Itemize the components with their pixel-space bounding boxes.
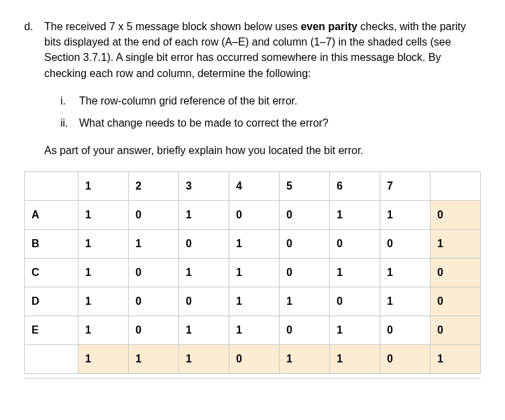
data-cell: 1 bbox=[380, 287, 431, 316]
data-cell: 0 bbox=[129, 259, 179, 287]
data-cell: 1 bbox=[179, 201, 229, 230]
data-cell: 0 bbox=[179, 230, 229, 259]
col-parity-cell: 1 bbox=[280, 345, 330, 374]
row-header: D bbox=[25, 287, 78, 316]
row-parity-cell: 0 bbox=[431, 201, 481, 230]
col-header: 2 bbox=[129, 172, 179, 201]
data-cell: 1 bbox=[330, 316, 380, 345]
col-header: 4 bbox=[229, 172, 280, 201]
table-row: D 1 0 0 1 1 0 1 0 bbox=[25, 287, 481, 316]
col-header: 1 bbox=[78, 172, 129, 201]
table-row: E 1 0 1 1 0 1 0 0 bbox=[25, 316, 481, 345]
data-cell: 0 bbox=[280, 259, 330, 287]
data-cell: 1 bbox=[380, 259, 431, 287]
data-cell: 1 bbox=[229, 230, 280, 259]
parity-table: 1 2 3 4 5 6 7 A 1 0 1 0 0 1 1 0 B 1 1 0 … bbox=[24, 171, 481, 374]
explain-text: As part of your answer, briefly explain … bbox=[44, 143, 481, 158]
data-cell: 1 bbox=[380, 201, 431, 230]
data-cell: 1 bbox=[179, 259, 229, 287]
row-header: E bbox=[25, 316, 78, 345]
col-parity-cell: 1 bbox=[179, 345, 229, 374]
question-bold: even parity bbox=[300, 21, 357, 32]
col-parity-cell: 0 bbox=[229, 345, 280, 374]
col-parity-cell: 1 bbox=[330, 345, 380, 374]
question-pre: The received 7 x 5 message block shown b… bbox=[44, 21, 300, 32]
data-cell: 1 bbox=[330, 201, 380, 230]
data-cell: 1 bbox=[330, 259, 380, 287]
question-d: d. The received 7 x 5 message block show… bbox=[24, 19, 481, 171]
row-parity-cell: 0 bbox=[431, 316, 481, 345]
col-parity-row: 1 1 1 0 1 1 0 1 bbox=[25, 345, 481, 374]
col-parity-cell: 1 bbox=[129, 345, 179, 374]
col-header: 7 bbox=[380, 172, 431, 201]
row-parity-cell: 0 bbox=[431, 259, 481, 287]
data-cell: 0 bbox=[280, 316, 330, 345]
header-row: 1 2 3 4 5 6 7 bbox=[25, 172, 481, 201]
question-letter: d. bbox=[24, 19, 38, 171]
subquestions: i. The row-column grid reference of the … bbox=[60, 93, 481, 131]
col-parity-cell: 0 bbox=[380, 345, 431, 374]
data-cell: 1 bbox=[179, 316, 229, 345]
row-header: C bbox=[25, 259, 78, 287]
data-cell: 1 bbox=[229, 259, 280, 287]
data-cell: 1 bbox=[78, 201, 129, 230]
subquestion-ii: ii. What change needs to be made to corr… bbox=[60, 115, 481, 131]
data-cell: 0 bbox=[129, 201, 179, 230]
row-header: B bbox=[25, 230, 78, 259]
data-cell: 1 bbox=[78, 259, 129, 287]
data-cell: 1 bbox=[280, 287, 330, 316]
sub-text-i: The row-column grid reference of the bit… bbox=[79, 93, 297, 109]
sub-num-i: i. bbox=[60, 93, 74, 109]
data-cell: 1 bbox=[129, 230, 179, 259]
overall-parity-cell: 1 bbox=[431, 345, 481, 374]
divider bbox=[24, 378, 481, 378]
data-cell: 0 bbox=[129, 316, 179, 345]
corner-cell bbox=[25, 345, 78, 374]
corner-cell bbox=[431, 172, 481, 201]
data-cell: 0 bbox=[129, 287, 179, 316]
table-row: C 1 0 1 1 0 1 1 0 bbox=[25, 259, 481, 287]
data-cell: 1 bbox=[78, 230, 129, 259]
question-text: The received 7 x 5 message block shown b… bbox=[44, 19, 481, 171]
data-cell: 0 bbox=[380, 316, 431, 345]
sub-text-ii: What change needs to be made to correct … bbox=[79, 115, 329, 131]
table-row: A 1 0 1 0 0 1 1 0 bbox=[25, 201, 481, 230]
data-cell: 1 bbox=[78, 316, 129, 345]
corner-cell bbox=[25, 172, 78, 201]
data-cell: 0 bbox=[380, 230, 431, 259]
subquestion-i: i. The row-column grid reference of the … bbox=[60, 93, 481, 109]
row-parity-cell: 1 bbox=[431, 230, 481, 259]
data-cell: 1 bbox=[78, 287, 129, 316]
col-header: 5 bbox=[280, 172, 330, 201]
col-parity-cell: 1 bbox=[78, 345, 129, 374]
row-parity-cell: 0 bbox=[431, 287, 481, 316]
col-header: 3 bbox=[179, 172, 229, 201]
data-cell: 0 bbox=[330, 230, 380, 259]
row-header: A bbox=[25, 201, 78, 230]
data-cell: 1 bbox=[229, 316, 280, 345]
col-header: 6 bbox=[330, 172, 380, 201]
table-row: B 1 1 0 1 0 0 0 1 bbox=[25, 230, 481, 259]
data-cell: 0 bbox=[229, 201, 280, 230]
data-cell: 0 bbox=[179, 287, 229, 316]
sub-num-ii: ii. bbox=[60, 115, 74, 131]
data-cell: 0 bbox=[280, 230, 330, 259]
data-cell: 1 bbox=[229, 287, 280, 316]
data-cell: 0 bbox=[330, 287, 380, 316]
data-cell: 0 bbox=[280, 201, 330, 230]
